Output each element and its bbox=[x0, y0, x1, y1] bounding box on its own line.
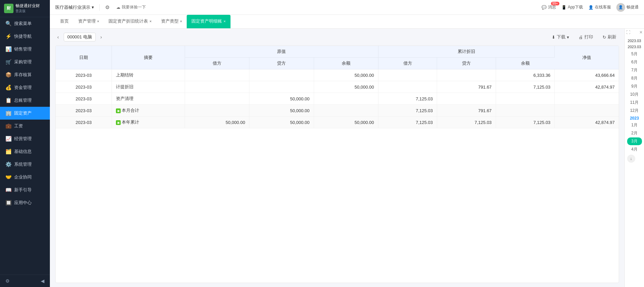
timeline-year-label: 2023 bbox=[627, 116, 642, 121]
customer-service-btn[interactable]: 👤 在线客服 bbox=[588, 4, 611, 10]
cell-summary: ▣本月合计 bbox=[112, 105, 185, 117]
timeline-month-3月[interactable]: 3月 bbox=[627, 137, 642, 145]
sidebar-item-system[interactable]: ⚙️ 系统管理 bbox=[0, 158, 50, 171]
timeline-section-month[interactable]: 9月 bbox=[627, 83, 642, 90]
tab-asset-detail[interactable]: 固定资产明细账× bbox=[187, 15, 230, 28]
tab-depreciation-stats[interactable]: 固定资产折旧统计表× bbox=[104, 15, 156, 28]
timeline-section-month[interactable]: 11月 bbox=[627, 99, 642, 106]
user-menu-btn[interactable]: 👤 畅捷通 bbox=[616, 3, 639, 12]
tab-label-asset-type: 资产类型 bbox=[161, 18, 179, 24]
sidebar-icon-guide: 📖 bbox=[5, 187, 11, 193]
cell-date: 2023-03 bbox=[56, 69, 112, 81]
next-record-btn[interactable]: › bbox=[98, 34, 104, 40]
tab-close-asset-mgmt[interactable]: × bbox=[97, 19, 99, 23]
cell-dep-balance: 7,125.03 bbox=[496, 81, 555, 93]
cell-orig-balance: 50,000.00 bbox=[314, 69, 378, 81]
th-orig-credit: 贷方 bbox=[249, 58, 314, 69]
sidebar-label-collab: 企业协同 bbox=[14, 174, 32, 180]
cell-orig-credit: 50,000.00 bbox=[249, 105, 314, 117]
sidebar-item-operations[interactable]: 📈 经营管理 bbox=[0, 132, 50, 145]
sidebar-item-finance[interactable]: 💰 资金管理 bbox=[0, 81, 50, 94]
cell-dep-balance bbox=[496, 105, 555, 117]
sidebar-item-salary[interactable]: 💼 工资 bbox=[0, 120, 50, 132]
timeline-close-btn[interactable]: ✕ bbox=[639, 30, 643, 35]
sidebar-label-fixed: 固定资产 bbox=[14, 110, 32, 116]
company-name: 医疗器械行业演示 bbox=[55, 4, 90, 10]
sidebar-item-ledger[interactable]: 📋 总账管理 bbox=[0, 94, 50, 107]
cell-dep-credit: 7,125.03 bbox=[437, 117, 496, 128]
timeline-down-btn[interactable]: ↓ bbox=[627, 155, 635, 163]
logo-text: 畅捷通好业财 bbox=[16, 3, 40, 9]
tab-asset-mgmt[interactable]: 资产管理× bbox=[73, 15, 104, 28]
tab-close-depreciation-stats[interactable]: × bbox=[149, 19, 151, 23]
table-row: 2023-03 计提折旧 50,000.00 791.67 7,125.03 4… bbox=[56, 81, 619, 93]
notification-btn[interactable]: 💬 消息 99+ bbox=[542, 4, 556, 10]
sidebar-item-sales[interactable]: 📊 销售管理 bbox=[0, 43, 50, 56]
tab-home[interactable]: 首页 bbox=[55, 15, 73, 28]
timeline-section-month[interactable]: 12月 bbox=[627, 107, 642, 115]
th-net-value: 净值 bbox=[555, 46, 619, 69]
timeline-month-1月[interactable]: 1月 bbox=[627, 121, 642, 129]
experience-btn[interactable]: ☁ 我要体验一下 bbox=[116, 4, 146, 10]
timeline-section-month[interactable]: 7月 bbox=[627, 66, 642, 74]
cell-summary: 计提折旧 bbox=[112, 81, 185, 93]
sidebar-item-apps[interactable]: 🔲 应用中心 bbox=[0, 196, 50, 209]
prev-record-btn[interactable]: ‹ bbox=[55, 34, 61, 40]
refresh-btn[interactable]: ↻ 刷新 bbox=[600, 33, 619, 41]
timeline-section-month[interactable]: 6月 bbox=[627, 58, 642, 66]
sidebar-item-inventory[interactable]: 📦 库存核算 bbox=[0, 68, 50, 81]
tab-close-asset-type[interactable]: × bbox=[180, 19, 182, 23]
service-label: 在线客服 bbox=[595, 4, 611, 10]
timeline-expand-btn[interactable]: ⛶ bbox=[626, 30, 630, 35]
print-label: 打印 bbox=[584, 34, 593, 40]
timeline-section-month[interactable]: 8月 bbox=[627, 74, 642, 82]
service-icon: 👤 bbox=[588, 5, 593, 10]
sidebar-label-guide: 新手引导 bbox=[14, 187, 32, 193]
logo-icon: 财 bbox=[4, 4, 13, 13]
company-dropdown-icon: ▾ bbox=[92, 5, 94, 10]
tabs-bar: 首页资产管理×固定资产折旧统计表×资产类型×固定资产明细账× bbox=[50, 15, 644, 29]
app-icon: 📱 bbox=[561, 5, 566, 10]
sidebar-item-basic[interactable]: 🗂️ 基础信息 bbox=[0, 145, 50, 158]
app-download-btn[interactable]: 📱 App下载 bbox=[561, 4, 583, 10]
refresh-icon: ↻ bbox=[603, 35, 606, 40]
table-row: 2023-03 ▣本年累计 50,000.00 50,000.00 50,000… bbox=[56, 117, 619, 128]
sidebar-item-search[interactable]: 🔍 搜索菜单 bbox=[0, 17, 50, 30]
timeline-month-4月[interactable]: 4月 bbox=[627, 146, 642, 153]
sidebar-label-inventory: 库存核算 bbox=[14, 72, 32, 78]
cell-date: 2023-03 bbox=[56, 81, 112, 93]
timeline-month-2月[interactable]: 2月 bbox=[627, 129, 642, 137]
timeline-section-month[interactable]: 10月 bbox=[627, 91, 642, 98]
sidebar-item-quicknav[interactable]: ⚡ 快捷导航 bbox=[0, 30, 50, 43]
topbar-settings-icon[interactable]: ⚙ bbox=[105, 4, 110, 10]
settings-icon[interactable]: ⚙ bbox=[5, 278, 10, 284]
sidebar-label-system: 系统管理 bbox=[14, 161, 32, 167]
download-btn[interactable]: ⬇ 下载 ▾ bbox=[549, 33, 572, 41]
tab-close-asset-detail[interactable]: × bbox=[223, 19, 225, 23]
sidebar-label-salary: 工资 bbox=[14, 123, 23, 129]
cell-dep-debit: 7,125.03 bbox=[378, 93, 437, 105]
company-selector[interactable]: 医疗器械行业演示 ▾ bbox=[55, 4, 94, 10]
tab-label-home: 首页 bbox=[60, 18, 69, 24]
sidebar-item-collab[interactable]: 🤝 企业协同 bbox=[0, 171, 50, 184]
summary-icon: ▣ bbox=[116, 108, 121, 113]
sidebar-label-quicknav: 快捷导航 bbox=[14, 33, 32, 39]
tab-asset-type[interactable]: 资产类型× bbox=[156, 15, 187, 28]
asset-detail-table: 日期 摘要 原值 累计折旧 净值 借方 贷方 余额 借方 贷方 余额 bbox=[56, 46, 619, 128]
download-label: 下载 bbox=[557, 34, 565, 40]
record-nav: ‹ 000001 电脑 › ⬇ 下载 ▾ 🖨 打印 ↻ 刷新 bbox=[55, 33, 619, 41]
print-btn[interactable]: 🖨 打印 bbox=[576, 33, 596, 41]
sidebar-icon-system: ⚙️ bbox=[5, 161, 11, 167]
sidebar-item-guide[interactable]: 📖 新手引导 bbox=[0, 184, 50, 196]
collapse-icon[interactable]: ◀ bbox=[41, 278, 44, 284]
timeline-section-month[interactable]: 5月 bbox=[627, 50, 642, 58]
table-row: 2023-03 ▣本月合计 50,000.00 7,125.03 791.67 bbox=[56, 105, 619, 117]
cell-orig-credit: 50,000.00 bbox=[249, 93, 314, 105]
cell-net-value: 43,666.64 bbox=[555, 69, 619, 81]
topbar-right: 💬 消息 99+ 📱 App下载 👤 在线客服 👤 畅捷通 bbox=[542, 3, 639, 12]
tab-label-asset-detail: 固定资产明细账 bbox=[191, 18, 222, 24]
th-dep-balance: 余额 bbox=[496, 58, 555, 69]
sidebar-item-purchase[interactable]: 🛒 采购管理 bbox=[0, 56, 50, 68]
sidebar-item-fixed[interactable]: 🏢 固定资产 bbox=[0, 107, 50, 120]
notification-icon: 💬 bbox=[542, 5, 547, 10]
